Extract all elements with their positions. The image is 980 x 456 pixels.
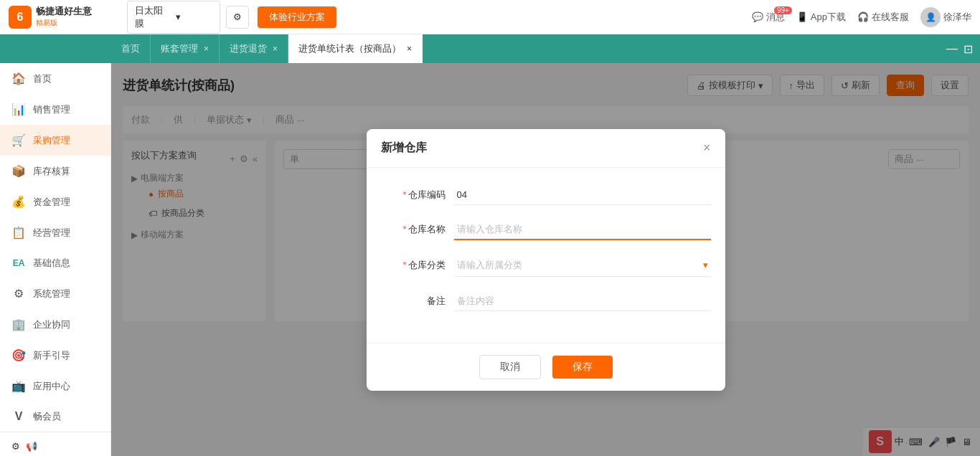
home-icon: 🏠 xyxy=(11,72,26,85)
app-label: App下载 xyxy=(811,11,846,24)
note-input[interactable] xyxy=(454,291,711,311)
vip-icon: V xyxy=(11,410,26,423)
tab-bar: 首页 账套管理 × 进货退货 × 进货单统计表（按商品） × — ⊡ xyxy=(0,34,980,63)
sidebar-system-label: 系统管理 xyxy=(33,288,70,300)
modal-close-button[interactable]: × xyxy=(703,141,711,156)
tab-purchase-stats-close[interactable]: × xyxy=(407,44,412,54)
speaker-icon[interactable]: 📢 xyxy=(26,441,37,452)
trial-button[interactable]: 体验行业方案 xyxy=(258,6,336,28)
sidebar-item-vip[interactable]: V 畅会员 xyxy=(0,402,110,432)
tab-purchase-return-close[interactable]: × xyxy=(273,44,278,54)
message-icon: 💬 xyxy=(752,11,763,22)
basic-info-icon: EA xyxy=(11,258,26,268)
sidebar-item-inventory[interactable]: 📦 库存核算 xyxy=(0,156,110,186)
guide-icon: 🎯 xyxy=(11,348,26,362)
sidebar-basic-info-label: 基础信息 xyxy=(33,257,70,270)
modal-title: 新增仓库 xyxy=(381,141,427,156)
sidebar-home-label: 首页 xyxy=(33,72,52,85)
app-center-icon: 📺 xyxy=(11,379,26,393)
category-placeholder: 请输入所属分类 xyxy=(457,259,703,272)
modal-header: 新增仓库 × xyxy=(367,129,725,168)
tab-accounts[interactable]: 账套管理 × xyxy=(151,34,220,63)
warehouse-modal: 新增仓库 × 仓库编码 仓库名称 仓库分类 xyxy=(367,129,725,391)
sidebar-cooperation-label: 企业协同 xyxy=(33,318,70,331)
chevron-down-icon: ▾ xyxy=(176,11,212,22)
tab-home[interactable]: 首页 xyxy=(111,34,151,63)
sidebar-item-operations[interactable]: 📋 经营管理 xyxy=(0,217,110,248)
sidebar-finance-label: 资金管理 xyxy=(33,196,70,209)
message-badge: 99+ xyxy=(774,6,792,14)
sidebar-operations-label: 经营管理 xyxy=(33,227,70,239)
store-name: 日太阳膜 xyxy=(135,4,171,30)
tab-purchase-return[interactable]: 进货退货 × xyxy=(220,34,288,63)
top-right: 💬 消息 99+ 📱 App下载 🎧 在线客服 👤 徐泽华 xyxy=(752,7,971,27)
name-row: 仓库名称 xyxy=(381,219,711,240)
logo-sub: 精易版 xyxy=(36,18,92,28)
service-label: 在线客服 xyxy=(872,11,909,24)
sidebar-item-system[interactable]: ⚙ 系统管理 xyxy=(0,278,110,309)
tab-purchase-return-label: 进货退货 xyxy=(230,42,267,55)
category-row: 仓库分类 请输入所属分类 ▾ xyxy=(381,255,711,277)
save-button[interactable]: 保存 xyxy=(552,356,613,379)
user-name: 徐泽华 xyxy=(943,11,971,24)
category-select[interactable]: 请输入所属分类 ▾ xyxy=(454,255,711,277)
sidebar-item-basic-info[interactable]: EA 基础信息 xyxy=(0,248,110,278)
headset-icon: 🎧 xyxy=(857,11,869,22)
modal-body: 仓库编码 仓库名称 仓库分类 请输入所属分类 ▾ xyxy=(367,168,725,343)
sidebar-item-app-center[interactable]: 📺 应用中心 xyxy=(0,371,110,402)
tab-purchase-stats[interactable]: 进货单统计表（按商品） × xyxy=(288,34,423,63)
code-row: 仓库编码 xyxy=(381,185,711,205)
sidebar-item-finance[interactable]: 💰 资金管理 xyxy=(0,186,110,217)
inventory-icon: 📦 xyxy=(11,164,26,178)
tab-home-label: 首页 xyxy=(121,42,140,55)
sidebar-vip-label: 畅会员 xyxy=(33,410,61,423)
cooperation-icon: 🏢 xyxy=(11,318,26,331)
operations-icon: 📋 xyxy=(11,226,26,239)
sidebar-item-guide[interactable]: 🎯 新手引导 xyxy=(0,340,110,371)
messages-button[interactable]: 💬 消息 99+ xyxy=(752,11,785,24)
sidebar-guide-label: 新手引导 xyxy=(33,349,70,362)
name-input[interactable] xyxy=(454,219,711,240)
tab-accounts-label: 账套管理 xyxy=(161,42,198,55)
code-input[interactable] xyxy=(454,185,711,205)
avatar: 👤 xyxy=(920,7,941,27)
top-bar: 6 畅捷通好生意 精易版 日太阳膜 ▾ ⚙ 体验行业方案 💬 消息 99+ 📱 … xyxy=(0,0,980,34)
user-profile-button[interactable]: 👤 徐泽华 xyxy=(920,7,971,27)
sidebar-item-cooperation[interactable]: 🏢 企业协同 xyxy=(0,309,110,340)
modal-overlay: 新增仓库 × 仓库编码 仓库名称 仓库分类 xyxy=(111,63,980,456)
logo-text-area: 畅捷通好生意 精易版 xyxy=(36,6,92,28)
app-download-button[interactable]: 📱 App下载 xyxy=(796,11,846,24)
tab-minimize-button[interactable]: — xyxy=(946,42,958,55)
purchase-icon: 🛒 xyxy=(11,133,26,147)
sidebar-inventory-label: 库存核算 xyxy=(33,165,70,178)
logo-area: 6 畅捷通好生意 精易版 xyxy=(9,6,120,29)
sidebar-bottom: ⚙ 📢 xyxy=(0,432,110,456)
finance-icon: 💰 xyxy=(11,195,26,209)
phone-icon: 📱 xyxy=(796,11,808,22)
system-icon: ⚙ xyxy=(11,287,26,300)
sidebar-purchase-label: 采购管理 xyxy=(33,134,70,147)
store-selector[interactable]: 日太阳膜 ▾ xyxy=(127,1,220,34)
tab-actions: — ⊡ xyxy=(946,42,980,56)
customer-service-button[interactable]: 🎧 在线客服 xyxy=(857,11,909,24)
settings-bottom-icon[interactable]: ⚙ xyxy=(11,441,20,452)
content-area: 进货单统计(按商品) 🖨 按模板打印 ▾ ↑ 导出 ↺ 刷新 查询 xyxy=(111,63,980,456)
note-label: 备注 xyxy=(381,295,446,308)
sidebar: 🏠 首页 📊 销售管理 🛒 采购管理 📦 库存核算 💰 资金管理 📋 经营管理 … xyxy=(0,63,111,456)
cancel-button[interactable]: 取消 xyxy=(479,355,541,379)
category-label: 仓库分类 xyxy=(381,259,446,272)
logo-icon: 6 xyxy=(9,6,32,29)
tab-accounts-close[interactable]: × xyxy=(204,44,209,54)
gear-button[interactable]: ⚙ xyxy=(226,6,249,29)
tab-expand-button[interactable]: ⊡ xyxy=(963,42,973,56)
category-arrow-icon: ▾ xyxy=(703,260,708,270)
sidebar-item-purchase[interactable]: 🛒 采购管理 xyxy=(0,125,110,156)
tab-purchase-stats-label: 进货单统计表（按商品） xyxy=(298,42,401,55)
modal-footer: 取消 保存 xyxy=(367,343,725,391)
name-label: 仓库名称 xyxy=(381,223,446,236)
sidebar-app-center-label: 应用中心 xyxy=(33,380,70,393)
sidebar-sales-label: 销售管理 xyxy=(33,103,70,116)
sidebar-item-home[interactable]: 🏠 首页 xyxy=(0,63,110,94)
sidebar-item-sales[interactable]: 📊 销售管理 xyxy=(0,94,110,125)
main-layout: 🏠 首页 📊 销售管理 🛒 采购管理 📦 库存核算 💰 资金管理 📋 经营管理 … xyxy=(0,63,980,456)
